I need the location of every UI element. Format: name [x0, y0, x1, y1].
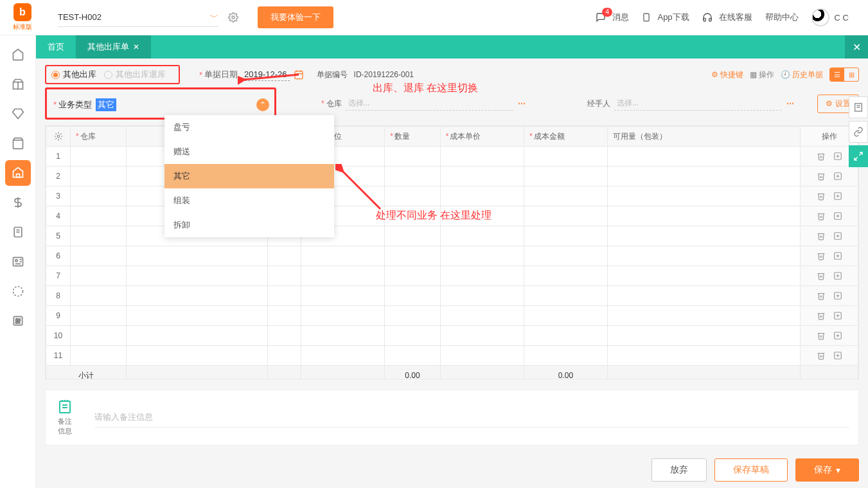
sidebar-home-icon[interactable]	[5, 42, 31, 68]
card-view-icon[interactable]: ⊞	[844, 68, 858, 81]
logo[interactable]: b 标准版	[6, 3, 39, 32]
tab-home[interactable]: 首页	[36, 35, 76, 59]
history-link[interactable]: 🕘历史单据	[781, 69, 823, 80]
dropdown-item[interactable]: 盘亏	[164, 115, 334, 140]
save-draft-button[interactable]: 保存草稿	[714, 458, 788, 482]
view-toggle[interactable]: ☰ ⊞	[829, 68, 859, 82]
delete-icon[interactable]	[817, 311, 826, 321]
delete-icon[interactable]	[817, 251, 826, 261]
svg-line-14	[243, 75, 299, 80]
delete-icon[interactable]	[817, 291, 826, 301]
toolbar-right: ⚙快捷键 ▦操作 🕘历史单据 ☰ ⊞	[711, 68, 859, 82]
business-type-dropdown: 盘亏 赠送 其它 组装 拆卸	[164, 115, 334, 237]
warehouse-select[interactable]: 选择...	[346, 96, 513, 111]
col-qty: *数量	[385, 127, 441, 147]
add-icon[interactable]	[833, 212, 842, 221]
delete-icon[interactable]	[817, 192, 826, 201]
row-number: 6	[46, 246, 71, 266]
delete-icon[interactable]	[817, 231, 826, 241]
tab-bar: 首页 其他出库单 ✕ ✕	[36, 35, 868, 59]
user-menu[interactable]: C C	[811, 8, 849, 26]
app-download-link[interactable]: App下载	[642, 12, 689, 23]
business-type-value: 其它	[96, 98, 116, 111]
add-icon[interactable]	[833, 251, 842, 261]
col-available: 可用量（包装）	[608, 127, 801, 147]
tool-expand-icon[interactable]	[849, 145, 868, 167]
chevron-up-icon[interactable]: ⌃	[256, 98, 269, 111]
shortcut-link[interactable]: ⚙快捷键	[711, 69, 743, 80]
radio-outbound[interactable]: 其他出库	[51, 69, 96, 80]
dropdown-item[interactable]: 组装	[164, 188, 334, 213]
logo-text: 标准版	[6, 23, 39, 32]
dropdown-item[interactable]: 拆卸	[164, 213, 334, 237]
help-center-link[interactable]: 帮助中心	[765, 12, 799, 23]
org-selector[interactable]: TEST-H002 ﹀	[58, 8, 218, 27]
table-row[interactable]: 9	[46, 306, 858, 326]
settings-icon[interactable]	[228, 12, 238, 23]
chevron-down-icon: ▾	[836, 465, 840, 475]
add-icon[interactable]	[833, 331, 842, 341]
column-settings[interactable]	[46, 127, 71, 147]
svg-rect-1	[644, 14, 649, 21]
save-button[interactable]: 保存 ▾	[795, 458, 859, 482]
online-service-link[interactable]: 在线客服	[702, 12, 752, 23]
delete-icon[interactable]	[817, 172, 826, 181]
table-row[interactable]: 7	[46, 266, 858, 286]
more-icon[interactable]: ⋯	[518, 99, 526, 108]
add-icon[interactable]	[833, 231, 842, 241]
add-icon[interactable]	[833, 271, 842, 281]
close-icon[interactable]: ✕	[133, 42, 139, 51]
sidebar-warehouse-icon[interactable]	[5, 160, 31, 186]
delete-icon[interactable]	[817, 152, 826, 161]
delete-icon[interactable]	[817, 351, 826, 361]
svg-point-10	[15, 260, 17, 262]
sidebar-diamond-icon[interactable]	[5, 101, 31, 127]
add-icon[interactable]	[833, 152, 842, 161]
sidebar-money-icon[interactable]	[5, 190, 31, 215]
remark-input[interactable]: 请输入备注信息	[94, 408, 849, 428]
row-number: 5	[46, 226, 71, 246]
add-icon[interactable]	[833, 291, 842, 301]
subtotal-row: 小计 0.00 0.00	[46, 366, 858, 380]
delete-icon[interactable]	[817, 271, 826, 281]
delete-icon[interactable]	[817, 212, 826, 221]
experience-button[interactable]: 我要体验一下	[258, 6, 333, 28]
svg-point-20	[57, 136, 60, 138]
add-icon[interactable]	[833, 192, 842, 201]
row-number: 10	[46, 326, 71, 346]
sidebar-bag-icon[interactable]	[5, 131, 31, 156]
table-row[interactable]: 8	[46, 286, 858, 306]
operate-link[interactable]: ▦操作	[750, 69, 774, 80]
table-row[interactable]: 11	[46, 346, 858, 366]
list-view-icon[interactable]: ☰	[830, 68, 844, 81]
add-icon[interactable]	[833, 311, 842, 321]
sidebar-new-icon[interactable]: 新	[5, 308, 31, 334]
add-icon[interactable]	[833, 351, 842, 361]
doc-number: 单据编号 ID-20191226-001	[317, 69, 414, 80]
tool-link-icon[interactable]	[849, 121, 868, 143]
handler-select[interactable]: 选择...	[614, 96, 781, 111]
row-number: 9	[46, 306, 71, 326]
table-row[interactable]: 10	[46, 326, 858, 346]
messages-link[interactable]: 4 消息	[596, 12, 629, 23]
form-row-1: 其他出库 其他出库退库 * 单据日期 2019-12-26	[45, 65, 859, 84]
sidebar-user-card-icon[interactable]	[5, 249, 31, 275]
note-icon	[57, 399, 73, 415]
delete-icon[interactable]	[817, 331, 826, 341]
radio-outbound-return[interactable]: 其他出库退库	[104, 69, 166, 80]
table-row[interactable]: 6	[46, 246, 858, 266]
dropdown-item[interactable]: 赠送	[164, 140, 334, 164]
more-icon[interactable]: ⋯	[786, 99, 794, 108]
dropdown-item-selected[interactable]: 其它	[164, 164, 334, 188]
add-icon[interactable]	[833, 172, 842, 181]
sidebar-clipboard-icon[interactable]	[5, 219, 31, 245]
svg-rect-5	[16, 174, 19, 177]
sidebar-sync-icon[interactable]	[5, 278, 31, 304]
tool-note-icon[interactable]	[849, 96, 868, 118]
sidebar-gift-icon[interactable]	[5, 71, 31, 97]
remark-icon-box: 备注信息	[55, 399, 75, 436]
tab-other-outbound[interactable]: 其他出库单 ✕	[76, 35, 151, 59]
close-all-tabs[interactable]: ✕	[845, 35, 868, 59]
discard-button[interactable]: 放弃	[651, 458, 707, 482]
chevron-down-icon: ﹀	[210, 12, 218, 23]
